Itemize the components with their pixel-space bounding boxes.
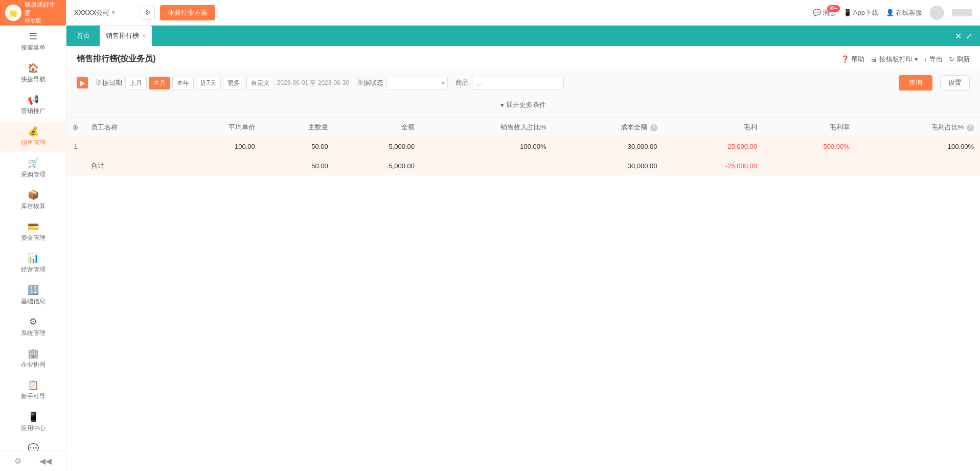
- sidebar-item-basic[interactable]: 🔢 基础信息: [0, 279, 66, 311]
- row-gross: -25,000.00: [664, 138, 763, 156]
- status-filter: 单据状态: [357, 77, 448, 89]
- footer-gross-rate: [763, 156, 856, 176]
- tab-close-btn[interactable]: ×: [142, 32, 146, 39]
- sidebar-item-shortcut[interactable]: 🏠 快捷导航: [0, 57, 66, 89]
- sidebar-item-search[interactable]: ☰ 搜索菜单: [0, 26, 66, 57]
- user-avatar[interactable]: [930, 6, 944, 20]
- status-select[interactable]: [386, 77, 448, 89]
- last7-btn[interactable]: 近7天: [196, 77, 221, 89]
- tabbar: 首页 销售排行榜 × ✕ ⤢: [66, 26, 980, 46]
- sidebar-item-marketing[interactable]: 📢 营销推广: [0, 89, 66, 121]
- inventory-icon: 📦: [28, 189, 39, 200]
- trial-button[interactable]: 体验行业方案: [160, 5, 215, 20]
- topbar-settings-btn[interactable]: ⚙: [141, 6, 155, 20]
- logo-icon: 🌟: [5, 5, 21, 21]
- wechat-icon: 💬: [28, 443, 39, 451]
- settings-btn-filter[interactable]: 设置: [940, 75, 970, 91]
- col-cost: 成本全额 ?: [553, 118, 664, 138]
- refresh-btn[interactable]: ↻ 刷新: [949, 55, 970, 64]
- sidebar-collapse-btn[interactable]: ◀◀: [39, 456, 52, 466]
- notification-badge: 99+: [827, 5, 840, 12]
- footer-sales-pct: [421, 156, 553, 176]
- sidebar-item-guide[interactable]: 📋 新手引导: [0, 374, 66, 406]
- footer-avg-price: [173, 156, 261, 176]
- print-btn[interactable]: 🖨 按模板打印 ▾: [871, 55, 918, 64]
- custom-date-btn[interactable]: 自定义: [246, 77, 274, 89]
- app-download-btn[interactable]: 📱 App下载: [844, 8, 878, 17]
- sidebar-item-enterprise[interactable]: 🏢 企业协同: [0, 343, 66, 374]
- refresh-icon: ↻: [949, 55, 954, 63]
- footer-amount: 5,000.00: [334, 156, 421, 176]
- col-settings[interactable]: ⚙: [66, 118, 85, 138]
- help-btn[interactable]: ❓ 帮助: [841, 55, 864, 64]
- last-month-btn[interactable]: 上月: [125, 77, 147, 89]
- sidebar-item-operations[interactable]: 📊 经营管理: [0, 248, 66, 279]
- print-icon: 🖨: [871, 55, 877, 63]
- sidebar-item-apps[interactable]: 📱 应用中心: [0, 406, 66, 438]
- footer-gross-pct: [856, 156, 980, 176]
- logo-text: 畅康通好生意 标准版: [25, 1, 61, 24]
- content: 销售排行榜(按业务员) ❓ 帮助 🖨 按模板打印 ▾ ↓ 导出: [66, 46, 980, 471]
- sidebar-logo: 🌟 畅康通好生意 标准版: [0, 0, 66, 26]
- sidebar-item-purchase[interactable]: 🛒 采购管理: [0, 152, 66, 184]
- row-name: [85, 138, 173, 156]
- help-icon: ❓: [841, 55, 849, 63]
- grosspct-help-icon[interactable]: ?: [967, 124, 974, 131]
- page-header: 销售排行榜(按业务员) ❓ 帮助 🖨 按模板打印 ▾ ↓ 导出: [66, 46, 980, 70]
- sidebar-item-system[interactable]: ⚙ 系统管理: [0, 311, 66, 343]
- expand-filters-btn[interactable]: ▾ 展开更多条件: [77, 98, 970, 112]
- cost-help-icon[interactable]: ?: [650, 124, 657, 131]
- col-gross-rate: 毛利率: [763, 118, 856, 138]
- query-btn[interactable]: 查询: [899, 75, 932, 91]
- filter-row-1: ▶ 单据日期 上月 本月 本年 近7天 更多 自定义 2023-06-01 至 …: [77, 75, 970, 91]
- company-selector[interactable]: XXXXX公司 ▾: [74, 8, 135, 17]
- sidebar-settings-btn[interactable]: ⚙: [14, 456, 21, 466]
- table-container: ⚙ 员工名称 平均单价 主数量 全额 销售收入占比% 成本全额 ? 毛利 毛利率: [66, 118, 980, 471]
- print-dropdown-arrow: ▾: [915, 55, 918, 63]
- system-icon: ⚙: [29, 316, 37, 327]
- company-dropdown-arrow: ▾: [112, 9, 115, 16]
- col-sales-pct: 销售收入占比%: [421, 118, 553, 138]
- sidebar-item-wechat[interactable]: 💬 企业微信: [0, 438, 66, 451]
- tab-sales-ranking[interactable]: 销售排行榜 ×: [100, 26, 152, 46]
- this-year-btn[interactable]: 本年: [172, 77, 194, 89]
- row-quantity: 50.00: [261, 138, 334, 156]
- message-icon: 💬: [813, 9, 821, 16]
- enterprise-icon: 🏢: [28, 348, 39, 359]
- topbar-right: 💬 消息 99+ 📱 App下载 👤 在线客服: [813, 6, 972, 20]
- table-row: 1 100.00 50.00 5,000.00 100.00% 30,000.0…: [66, 138, 980, 156]
- sidebar-nav: ☰ 搜索菜单 🏠 快捷导航 📢 营销推广 💰 销售管理 🛒 采购管理 📦 库存核…: [0, 26, 66, 451]
- more-date-btn[interactable]: 更多: [223, 77, 244, 89]
- apps-icon: 📱: [28, 411, 39, 422]
- sidebar-item-sales[interactable]: 💰 销售管理: [0, 121, 66, 152]
- sidebar-item-inventory[interactable]: 📦 库存核算: [0, 184, 66, 216]
- date-buttons: 上月 本月 本年 近7天 更多 自定义: [125, 77, 274, 89]
- footer-empty: [66, 156, 85, 176]
- sidebar-item-finance[interactable]: 💳 资金管理: [0, 216, 66, 248]
- gear-icon: ⚙: [145, 9, 151, 16]
- tab-maximize-btn[interactable]: ⤢: [966, 31, 972, 41]
- notification-btn[interactable]: 💬 消息 99+: [813, 8, 836, 17]
- table-footer-row: 合计 50.00 5,000.00 30,000.00 -25,000.00: [66, 156, 980, 176]
- row-amount: 5,000.00: [334, 138, 421, 156]
- row-rank: 1: [66, 138, 85, 156]
- finance-icon: 💳: [28, 221, 39, 232]
- tab-close-window-btn[interactable]: ✕: [955, 31, 962, 41]
- row-cost: 30,000.00: [553, 138, 664, 156]
- col-avg-price: 平均单价: [173, 118, 261, 138]
- filter-collapse-btn[interactable]: ▶: [77, 77, 88, 88]
- sidebar: 🌟 畅康通好生意 标准版 ☰ 搜索菜单 🏠 快捷导航 📢 营销推广 💰 销售管理…: [0, 0, 66, 471]
- goods-input[interactable]: [472, 77, 564, 89]
- online-service-btn[interactable]: 👤 在线客服: [886, 8, 922, 17]
- col-amount: 全额: [334, 118, 421, 138]
- row-gross-pct: 100.00%: [856, 138, 980, 156]
- sales-icon: 💰: [28, 126, 39, 137]
- export-btn[interactable]: ↓ 导出: [924, 55, 943, 64]
- operations-icon: 📊: [28, 253, 39, 264]
- col-quantity: 主数量: [261, 118, 334, 138]
- date-filter-label: 单据日期: [96, 78, 122, 87]
- this-month-btn[interactable]: 本月: [149, 77, 170, 89]
- page-actions: ❓ 帮助 🖨 按模板打印 ▾ ↓ 导出 ↻ 刷新: [841, 55, 970, 64]
- tab-home[interactable]: 首页: [69, 26, 98, 46]
- goods-filter-label: 商品: [455, 78, 469, 87]
